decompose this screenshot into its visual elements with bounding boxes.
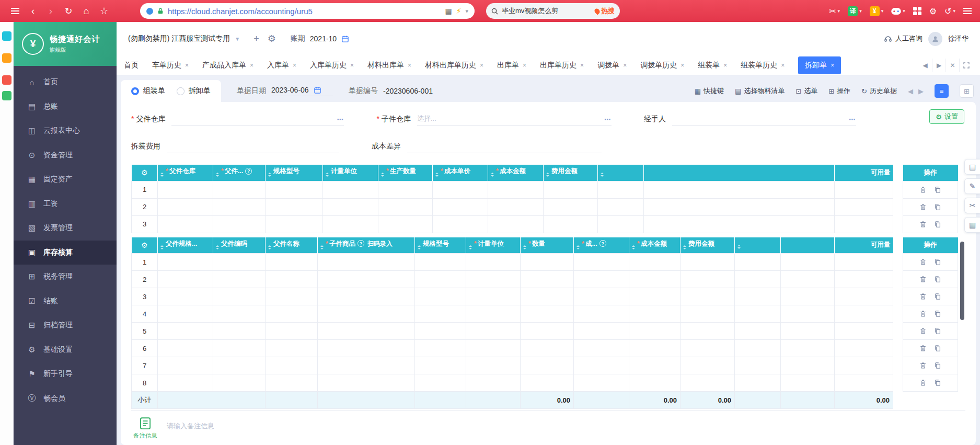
action-keyboard[interactable]: ▦快捷键 [695, 86, 724, 96]
table-cell[interactable] [598, 181, 644, 198]
close-tab-icon[interactable]: × [250, 62, 253, 69]
table-cell[interactable] [266, 374, 318, 392]
sort-icon[interactable] [381, 171, 384, 178]
table-cell[interactable] [213, 323, 266, 340]
table-cell[interactable] [415, 357, 466, 374]
remark-tab[interactable]: 备注信息 [133, 416, 157, 440]
table-cell[interactable] [781, 288, 835, 305]
sidebar-item-salary[interactable]: ▥工资 [14, 192, 117, 216]
table-cell[interactable] [835, 181, 893, 198]
table-cell[interactable] [415, 254, 466, 271]
ellipsis-icon[interactable]: ⋯ [604, 116, 612, 123]
table-cell[interactable] [318, 340, 415, 357]
table-cell[interactable] [415, 323, 466, 340]
table-cell[interactable] [158, 323, 213, 340]
table-cell[interactable] [466, 323, 521, 340]
field-input[interactable] [167, 140, 339, 153]
table-cell[interactable] [318, 254, 415, 271]
column-header[interactable]: 父件编码 [213, 237, 266, 254]
table-cell[interactable] [574, 271, 629, 288]
scissors-icon[interactable]: ✂▾ [829, 6, 840, 16]
table-cell[interactable] [266, 254, 318, 271]
sort-icon[interactable] [435, 171, 439, 178]
column-header[interactable]: *数量 [521, 237, 574, 254]
copy-row-icon[interactable] [933, 257, 942, 267]
close-tab-icon[interactable]: × [408, 62, 411, 69]
table-cell[interactable] [266, 288, 318, 305]
table-cell[interactable] [835, 305, 893, 323]
column-header[interactable]: *成本金额 [629, 237, 681, 254]
table-cell[interactable] [213, 357, 266, 374]
sidebar-item-assets[interactable]: ▦固定资产 [14, 167, 117, 192]
table-cell[interactable] [466, 271, 521, 288]
table-cell[interactable] [466, 254, 521, 271]
sidebar-item-settings[interactable]: ⚙基础设置 [14, 338, 117, 362]
table-cell[interactable] [735, 305, 781, 323]
column-header[interactable]: *生产数量 [378, 165, 433, 181]
table-cell[interactable] [521, 374, 574, 392]
column-header[interactable]: *成本金额 [488, 165, 544, 181]
copy-row-icon[interactable] [933, 202, 942, 212]
close-tab-icon[interactable]: × [480, 62, 483, 69]
favorite-icon[interactable]: ☆ [95, 2, 113, 20]
close-tab-icon[interactable]: × [781, 62, 785, 69]
dock-widget-green[interactable] [2, 91, 11, 100]
table-cell[interactable] [521, 305, 574, 323]
table-cell[interactable] [629, 305, 681, 323]
sidebar-item-member[interactable]: Ⓥ畅会员 [14, 386, 117, 411]
table-cell[interactable] [521, 271, 574, 288]
next-doc-icon[interactable]: ▶ [918, 87, 924, 95]
table-cell[interactable] [574, 288, 629, 305]
table-cell[interactable] [629, 340, 681, 357]
table-cell[interactable] [781, 271, 835, 288]
table-cell[interactable] [574, 254, 629, 271]
table-cell[interactable] [735, 271, 781, 288]
sort-icon[interactable] [577, 244, 580, 251]
grid-icon[interactable]: ▦ [964, 217, 980, 233]
tab[interactable]: 组装单× [698, 61, 727, 70]
table-cell[interactable] [521, 357, 574, 374]
table-cell[interactable] [598, 215, 644, 233]
qr-code-icon[interactable]: ▦ [445, 7, 452, 15]
table-cell[interactable] [158, 357, 213, 374]
table-cell[interactable] [629, 288, 681, 305]
sidebar-item-closing[interactable]: ☑结账 [14, 289, 117, 314]
refresh-icon[interactable]: ↻ [60, 2, 77, 20]
calendar-icon[interactable] [341, 35, 349, 43]
table-cell[interactable] [213, 305, 266, 323]
copy-row-icon[interactable] [933, 292, 942, 301]
table-cell[interactable] [158, 215, 213, 233]
column-header[interactable]: 计量单位 [323, 165, 378, 181]
table-cell[interactable] [158, 198, 213, 215]
table-cell[interactable] [158, 254, 213, 271]
table-cell[interactable] [488, 215, 544, 233]
table-cell[interactable] [415, 288, 466, 305]
table-cell[interactable] [318, 323, 415, 340]
table-cell[interactable] [835, 254, 893, 271]
table-cell[interactable] [415, 374, 466, 392]
table-cell[interactable] [158, 374, 213, 392]
dock-widget-orange[interactable] [2, 53, 11, 63]
table-cell[interactable] [466, 340, 521, 357]
tab[interactable]: 材料出库单历史× [425, 61, 483, 70]
close-tab-icon[interactable]: × [623, 62, 627, 69]
tab[interactable]: 组装单历史× [741, 61, 785, 70]
forward-icon[interactable]: › [42, 2, 60, 20]
table-cell[interactable] [266, 181, 323, 198]
table-cell[interactable] [835, 288, 893, 305]
clipboard-icon[interactable]: ▤ [964, 159, 980, 175]
sidebar-item-invoice[interactable]: ▧发票管理 [14, 216, 117, 241]
theme-settings-icon[interactable]: ⚙ [929, 6, 937, 16]
table-cell[interactable] [835, 374, 893, 392]
home-icon[interactable]: ⌂ [77, 2, 95, 20]
sort-icon[interactable] [268, 244, 271, 251]
sidebar-item-home[interactable]: ⌂首页 [14, 70, 117, 95]
table-cell[interactable] [521, 288, 574, 305]
table-cell[interactable] [378, 215, 433, 233]
list-view-toggle[interactable]: ≡ [935, 84, 949, 98]
copy-row-icon[interactable] [933, 344, 942, 353]
table-cell[interactable] [318, 288, 415, 305]
table-cell[interactable] [266, 340, 318, 357]
table-cell[interactable] [158, 340, 213, 357]
sort-icon[interactable] [268, 171, 271, 178]
